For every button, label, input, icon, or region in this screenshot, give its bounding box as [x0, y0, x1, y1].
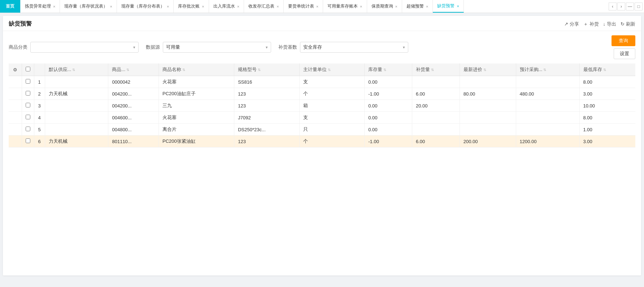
- row-checkbox[interactable]: [26, 115, 30, 119]
- td-num: 3: [34, 100, 45, 112]
- tab-prev-button[interactable]: ‹: [609, 3, 617, 10]
- maximize-button[interactable]: □: [635, 3, 643, 10]
- tab-item-collect[interactable]: 收发存汇总表×: [244, 0, 283, 13]
- td-unit: 支: [300, 112, 365, 124]
- column-gear[interactable]: ⚙: [9, 63, 22, 76]
- td-checkbox[interactable]: [22, 112, 34, 124]
- query-button[interactable]: 查询: [612, 35, 635, 46]
- td-spec: SS816: [234, 76, 300, 88]
- column-latest-price[interactable]: 最新进价 ⇅: [460, 63, 516, 76]
- td-latest-price: [460, 76, 516, 88]
- tab-close-inventory-status[interactable]: ×: [110, 4, 112, 9]
- goods-name-sort-icon: ⇅: [182, 68, 185, 72]
- header-actions: ↗ 分享 ＋ 补货 ↓ 导出 ↻ 刷新: [564, 21, 636, 27]
- supplier-sort-icon: ⇅: [72, 68, 75, 72]
- tab-item-abnormal[interactable]: 拣货异常处理×: [21, 0, 60, 13]
- column-est-purchase[interactable]: 预计采购... ⇅: [516, 63, 579, 76]
- replenish-button[interactable]: ＋ 补货: [583, 21, 599, 27]
- replenish-sort-icon: ⇅: [431, 68, 434, 72]
- tab-close-inventory-dist[interactable]: ×: [167, 4, 169, 9]
- tab-next-button[interactable]: ›: [617, 3, 625, 10]
- tab-close-abnormal[interactable]: ×: [53, 4, 55, 9]
- table-row: 3004200...三九123箱0.0020.0010.00: [9, 100, 635, 112]
- td-num: 2: [34, 88, 45, 100]
- replenish-basis-arrow-icon: ▾: [403, 45, 405, 50]
- minimize-button[interactable]: —: [626, 3, 634, 10]
- row-checkbox[interactable]: [26, 91, 30, 96]
- tab-close-available[interactable]: ×: [360, 4, 362, 9]
- column-unit[interactable]: 主计量单位 ⇅: [300, 63, 365, 76]
- table-row: 5004800...离合片DS250*23c...只0.001.00: [9, 124, 635, 136]
- datasource-select[interactable]: 可用量 ▾: [163, 42, 271, 53]
- tab-item-batch[interactable]: 库存批次账×: [174, 0, 209, 13]
- td-spec: 123: [234, 136, 300, 147]
- tab-close-batch[interactable]: ×: [202, 4, 204, 9]
- tab-item-inventory-status[interactable]: 现存量（库存状况表）×: [60, 0, 117, 13]
- category-select[interactable]: ▾: [30, 42, 139, 53]
- column-num: [34, 63, 45, 76]
- td-checkbox[interactable]: [22, 136, 34, 147]
- datasource-label: 数据源: [146, 44, 160, 50]
- column-supplier[interactable]: 默认供应... ⇅: [45, 63, 108, 76]
- tab-close-expiry[interactable]: ×: [395, 4, 397, 9]
- tab-label-available: 可用量库存账本: [327, 3, 358, 9]
- share-button[interactable]: ↗ 分享: [564, 21, 579, 27]
- row-checkbox[interactable]: [26, 103, 30, 107]
- td-checkbox[interactable]: [22, 100, 34, 112]
- td-checkbox[interactable]: [22, 88, 34, 100]
- td-gear: [9, 76, 22, 88]
- td-unit: 个: [300, 136, 365, 147]
- tab-close-inout[interactable]: ×: [237, 4, 239, 9]
- td-replenish: [412, 112, 460, 124]
- tab-item-inventory-dist[interactable]: 现存量（库存分布表）×: [117, 0, 174, 13]
- settings-button[interactable]: 设置: [614, 48, 635, 59]
- refresh-button[interactable]: ↻ 刷新: [621, 21, 635, 27]
- column-replenish[interactable]: 补货量 ⇅: [412, 63, 460, 76]
- row-checkbox[interactable]: [26, 79, 30, 84]
- td-stock: 0.00: [365, 76, 412, 88]
- td-replenish: 20.00: [412, 100, 460, 112]
- tab-label-batch: 库存批次账: [178, 3, 200, 9]
- column-stock[interactable]: 库存量 ⇅: [365, 63, 412, 76]
- column-min-stock[interactable]: 最低库存 ⇅: [579, 63, 635, 76]
- td-gear: [9, 136, 22, 147]
- td-checkbox[interactable]: [22, 124, 34, 136]
- td-goods-name: PC200油缸庄子: [159, 88, 234, 100]
- tab-close-shortage[interactable]: ×: [457, 4, 459, 8]
- td-goods-name: 离合片: [159, 124, 234, 136]
- column-goods-code[interactable]: 商品... ⇅: [108, 63, 159, 76]
- td-checkbox[interactable]: [22, 76, 34, 88]
- tab-item-home[interactable]: 首页: [0, 0, 21, 13]
- td-replenish: [412, 76, 460, 88]
- tab-item-purchase-stat[interactable]: 要货单统计表×: [284, 0, 323, 13]
- select-all-checkbox[interactable]: [26, 67, 30, 71]
- tab-item-overstock[interactable]: 超储预警×: [402, 0, 433, 13]
- tab-label-abnormal: 拣货异常处理: [25, 3, 51, 9]
- tab-label-shortage: 缺货预警: [437, 3, 454, 9]
- row-checkbox[interactable]: [26, 138, 30, 143]
- td-num: 4: [34, 112, 45, 124]
- row-checkbox[interactable]: [26, 127, 30, 131]
- td-goods-code: 801110...: [108, 136, 159, 147]
- tab-close-collect[interactable]: ×: [277, 4, 279, 9]
- td-gear: [9, 88, 22, 100]
- tab-item-available[interactable]: 可用量库存账本×: [323, 0, 367, 13]
- stock-sort-icon: ⇅: [383, 68, 386, 72]
- tab-close-overstock[interactable]: ×: [426, 4, 428, 9]
- column-spec[interactable]: 规格型号 ⇅: [234, 63, 300, 76]
- tab-item-shortage[interactable]: 缺货预警×: [433, 0, 464, 13]
- tab-item-expiry[interactable]: 保质期查询×: [367, 0, 402, 13]
- tab-item-inout[interactable]: 出入库流水×: [209, 0, 244, 13]
- td-latest-price: [460, 112, 516, 124]
- est-purchase-sort-icon: ⇅: [543, 68, 546, 72]
- replenish-basis-select[interactable]: 安全库存 ▾: [300, 42, 408, 53]
- td-spec: J7092: [234, 112, 300, 124]
- column-checkbox[interactable]: [22, 63, 34, 76]
- td-min-stock: 1.00: [579, 124, 635, 136]
- column-goods-name[interactable]: 商品名称 ⇅: [159, 63, 234, 76]
- td-unit: 箱: [300, 100, 365, 112]
- tab-close-purchase-stat[interactable]: ×: [316, 4, 318, 9]
- export-button[interactable]: ↓ 导出: [603, 21, 617, 27]
- filter-actions: 查询 设置: [612, 35, 635, 59]
- page-title: 缺货预警: [9, 20, 32, 28]
